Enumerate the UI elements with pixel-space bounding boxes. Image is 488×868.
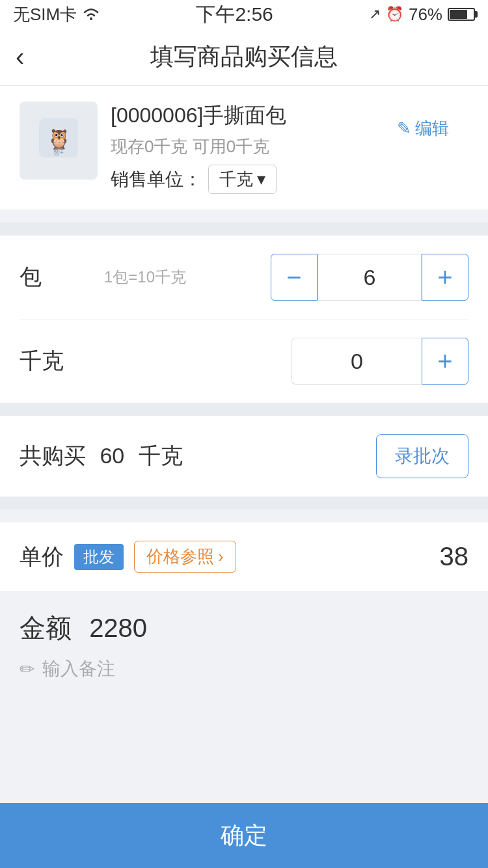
bao-plus-button[interactable]: +: [422, 254, 468, 301]
product-thumb-icon: 🦉 智+: [39, 118, 78, 163]
kg-input-row: 千克 +: [20, 319, 468, 403]
kg-plus-button[interactable]: +: [422, 338, 468, 385]
confirm-bar[interactable]: 确定: [0, 803, 488, 868]
status-bar: 无SIM卡 下午2:56 ↗ ⏰ 76%: [0, 0, 488, 29]
bao-minus-button[interactable]: −: [271, 254, 318, 301]
section-divider-2: [0, 403, 488, 416]
kg-label: 千克: [20, 346, 98, 376]
pencil-icon: ✏: [20, 658, 34, 680]
wifi-icon: [82, 8, 100, 21]
bao-input[interactable]: [318, 254, 422, 301]
product-unit-row: 销售单位： 千克 ▾: [111, 165, 468, 194]
unit-select[interactable]: 千克 ▾: [208, 165, 277, 194]
product-thumbnail: 🦉 智+: [20, 102, 98, 180]
unit-label: 销售单位：: [111, 167, 202, 192]
battery-text: 76%: [409, 5, 442, 25]
total-label: 共购买: [20, 443, 86, 468]
kg-quantity-control: +: [291, 338, 468, 385]
input-section: 包 1包=10千克 − + 千克 +: [0, 236, 488, 403]
edit-label: 编辑: [415, 117, 449, 140]
bao-hint: 1包=10千克: [104, 267, 271, 288]
status-time: 下午2:56: [196, 1, 273, 28]
svg-point-0: [90, 18, 92, 20]
total-section: 共购买 60 千克 录批次: [0, 416, 488, 496]
note-placeholder: 输入备注: [42, 657, 115, 681]
price-ref-arrow: ›: [218, 547, 224, 567]
location-icon: ↗: [369, 6, 381, 23]
total-text: 共购买 60 千克: [20, 441, 183, 471]
status-left: 无SIM卡: [13, 3, 100, 26]
edit-button[interactable]: ✎ 编辑: [397, 117, 449, 140]
status-right: ↗ ⏰ 76%: [369, 5, 475, 25]
alarm-icon: ⏰: [386, 6, 403, 23]
battery-icon: [448, 8, 475, 21]
edit-icon: ✎: [397, 118, 411, 139]
note-row[interactable]: ✏ 输入备注: [20, 657, 468, 681]
amount-value: 2280: [89, 614, 147, 642]
price-label: 单价: [20, 542, 64, 572]
batch-button[interactable]: 录批次: [376, 434, 468, 478]
total-unit: 千克: [139, 443, 183, 468]
section-divider-3: [0, 496, 488, 509]
bao-input-row: 包 1包=10千克 − +: [20, 236, 468, 319]
price-tag: 批发: [74, 544, 124, 570]
price-ref-label: 价格参照: [146, 545, 214, 568]
svg-text:🦉: 🦉: [47, 128, 72, 151]
section-divider-1: [0, 223, 488, 236]
unit-value: 千克: [219, 168, 253, 191]
page-title: 填写商品购买信息: [150, 41, 338, 73]
amount-section: 金额 2280 ✏ 输入备注: [0, 591, 488, 694]
amount-label: 金额: [20, 614, 72, 642]
confirm-button-label: 确定: [221, 820, 267, 852]
product-info: [0000006]手撕面包 现存0千克 可用0千克 销售单位： 千克 ▾ ✎ 编…: [111, 102, 468, 194]
product-card: 🦉 智+ [0000006]手撕面包 现存0千克 可用0千克 销售单位： 千克 …: [0, 86, 488, 210]
nav-bar: ‹ 填写商品购买信息: [0, 29, 488, 86]
price-section: 单价 批发 价格参照 › 38: [0, 522, 488, 591]
svg-text:智+: 智+: [53, 149, 64, 156]
carrier-text: 无SIM卡: [13, 3, 77, 26]
kg-input[interactable]: [291, 338, 422, 385]
price-ref-button[interactable]: 价格参照 ›: [134, 541, 236, 573]
total-amount: 60: [100, 443, 124, 468]
bao-label: 包: [20, 262, 98, 292]
price-value: 38: [440, 542, 469, 571]
unit-chevron: ▾: [257, 169, 265, 189]
back-button[interactable]: ‹: [16, 42, 24, 72]
bao-quantity-control: − +: [271, 254, 468, 301]
amount-row: 金额 2280: [20, 610, 468, 646]
